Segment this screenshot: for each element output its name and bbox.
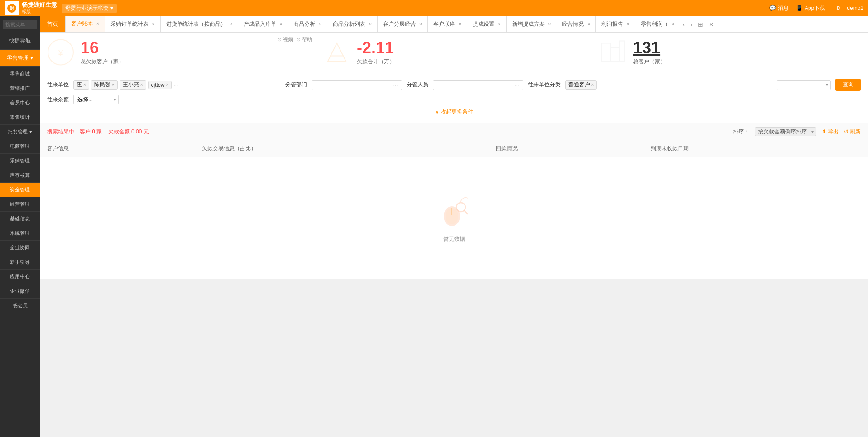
stat-customers-label: 总欠款客户（家） [81,58,124,66]
video-link[interactable]: ⊙ 视频 [278,36,293,43]
sidebar-item-sys-mgmt[interactable]: 系统管理 [0,226,40,241]
top-bar: 财 畅捷通好生意 标版 母婴行业演示帐套 ▾ 💬 消息 📱 App下载 [0,0,868,16]
sidebar-search-input[interactable] [3,20,37,29]
tag-chen: 陈民强 × [91,80,118,90]
svg-text:财: 财 [9,6,14,11]
tag-normal-close[interactable]: × [591,82,594,87]
empty-row: 暂无数据 [40,157,868,280]
table-wrapper: 客户信息 欠款交易信息（占比） 回款情况 到期未收款日期 [40,140,868,279]
tab-home[interactable]: 首页 [40,16,66,33]
tab-goods-analysis[interactable]: 商品分析 × [288,16,327,33]
dept-input[interactable]: ··· [312,80,402,90]
sidebar-item-finance[interactable]: 资金管理 [0,183,40,197]
sidebar-item-app-center[interactable]: 应用中心 [0,270,40,284]
collapse-icon: ∧ [435,109,439,115]
empty-illustration [436,194,472,230]
person-input[interactable]: ··· [433,80,523,90]
result-amount: 0.00 [131,128,142,135]
sidebar-item-ops[interactable]: 经营管理 [0,197,40,212]
tab-retail-profit-label: 零售利润（ [641,20,668,28]
tab-retail-profit[interactable]: 零售利润（ × [635,16,680,33]
svg-line-12 [464,210,468,214]
tab-customers[interactable]: 客户账本 × [66,16,105,33]
user-avatar[interactable]: D demo2 [832,2,863,14]
tab-customers-close[interactable]: × [96,21,99,26]
tab-purchase-stats[interactable]: 进货单统计表（按商品） × [161,16,238,33]
tab-business-status[interactable]: 经营情况 × [556,16,596,33]
collapse-btn[interactable]: ∧ 收起更多条件 [435,108,473,116]
sidebar-item-inventory[interactable]: 库存核算 [0,168,40,183]
th-repayment: 回款情况 [489,140,643,157]
tab-menu-btn[interactable]: ⊞ [695,21,706,28]
tab-product-in-close[interactable]: × [280,22,283,27]
sort-select[interactable]: 按欠款金额倒序排序 [755,127,816,136]
sidebar-item-vip[interactable]: 畅会员 [0,299,40,313]
unit-tags: 伍 × 陈民强 × 王小亮 × [73,80,281,90]
result-prefix: 搜索结果中，客户 [47,128,91,135]
result-info: 搜索结果中，客户 0 家 欠款金额 0.00 元 [47,128,149,136]
stat-total-customers: 131 总客户（家） [592,33,868,73]
th-customer: 客户信息 [40,140,195,157]
empty-state: 暂无数据 [40,157,868,279]
tab-product-in[interactable]: 产成品入库单 × [238,16,288,33]
company-selector[interactable]: 母婴行业演示帐套 ▾ [62,4,117,13]
message-btn[interactable]: 💬 消息 [769,5,789,12]
sidebar-item-members[interactable]: 会员中心 [0,96,40,110]
tab-reminder-settings-close[interactable]: × [498,22,501,27]
tab-close-all-btn[interactable]: ✕ [706,21,717,28]
query-button[interactable]: 查询 [835,79,861,91]
tab-reminder-settings[interactable]: 提成设置 × [467,16,507,33]
stat-total-customers-value: 131 [633,40,666,56]
tab-customers-label: 客户账本 [71,20,93,28]
sidebar-item-retail-mall[interactable]: 零售商城 [0,67,40,81]
sidebar-item-retail-mgmt[interactable]: 零售管理 ▾ [0,50,40,67]
refresh-btn[interactable]: ↺ 刷新 [844,128,861,136]
th-debt-info: 欠款交易信息（占比） [195,140,489,157]
sidebar-item-wholesale[interactable]: 批发管理 ▾ [0,125,40,139]
sidebar-item-basic-info[interactable]: 基础信息 [0,212,40,226]
filter-more-tags[interactable]: ··· [173,82,178,88]
tab-goods-analysis-list-close[interactable]: × [369,22,372,27]
sidebar-item-quick-nav[interactable]: 快捷导航 [0,33,40,50]
filter-section: 往来单位 伍 × 陈民强 × 王小亮 [40,73,868,124]
remainder-select[interactable]: 选择... [73,95,119,104]
tab-purchase-stats-close[interactable]: × [230,22,232,27]
tab-business-status-close[interactable]: × [587,22,590,27]
tab-next-btn[interactable]: › [688,21,695,28]
sidebar-item-retail-stats[interactable]: 零售统计 [0,110,40,125]
tab-customer-tier[interactable]: 客户分层经营 × [378,16,428,33]
tab-purchase-orders[interactable]: 采购订单统计表 × [105,16,161,33]
tab-customer-contact-close[interactable]: × [459,22,461,27]
sidebar-item-purchase[interactable]: 采购管理 [0,154,40,168]
tab-prev-btn[interactable]: ‹ [680,21,688,28]
unit-class-select[interactable] [777,80,831,90]
message-icon: 💬 [769,5,776,11]
sidebar-item-enterprise-wechat[interactable]: 企业微信 [0,284,40,299]
stat-amount-label: 欠款合计（万） [357,58,395,66]
sidebar-item-ecommerce[interactable]: 电商管理 [0,139,40,154]
tab-profit-report-close[interactable]: × [627,22,629,27]
tab-new-achievement[interactable]: 新增提成方案 × [507,16,557,33]
export-btn[interactable]: ⬆ 导出 [822,128,839,136]
tag-chen-close[interactable]: × [112,82,115,87]
app-container: 财 畅捷通好生意 标版 母婴行业演示帐套 ▾ 💬 消息 📱 App下载 [0,0,868,437]
stat-actions-1: ⊙ 视频 ⊙ 帮助 [278,36,312,43]
sidebar-item-marketing[interactable]: 营销推广 [0,81,40,96]
help-link[interactable]: ⊙ 帮助 [297,36,312,43]
tag-cjttcw-close[interactable]: × [166,82,169,87]
tab-goods-analysis-close[interactable]: × [319,22,321,27]
unit-class-select-wrapper [777,80,831,90]
tab-customer-tier-close[interactable]: × [419,22,422,27]
tab-profit-report[interactable]: 利润报告 × [596,16,635,33]
app-download-btn[interactable]: 📱 App下载 [796,5,825,12]
tab-customer-contact[interactable]: 客户联络 × [428,16,467,33]
tab-retail-profit-close[interactable]: × [671,22,674,27]
tag-wu-close[interactable]: × [83,82,86,87]
tag-wang-close[interactable]: × [140,82,143,87]
sidebar-item-enterprise[interactable]: 企业协同 [0,241,40,255]
tab-purchase-orders-close[interactable]: × [152,22,155,27]
tab-new-achievement-close[interactable]: × [548,22,551,27]
sidebar-item-new-guide[interactable]: 新手引导 [0,255,40,270]
logo-subtitle: 标版 [22,9,57,15]
tab-goods-analysis-list[interactable]: 商品分析列表 × [327,16,378,33]
